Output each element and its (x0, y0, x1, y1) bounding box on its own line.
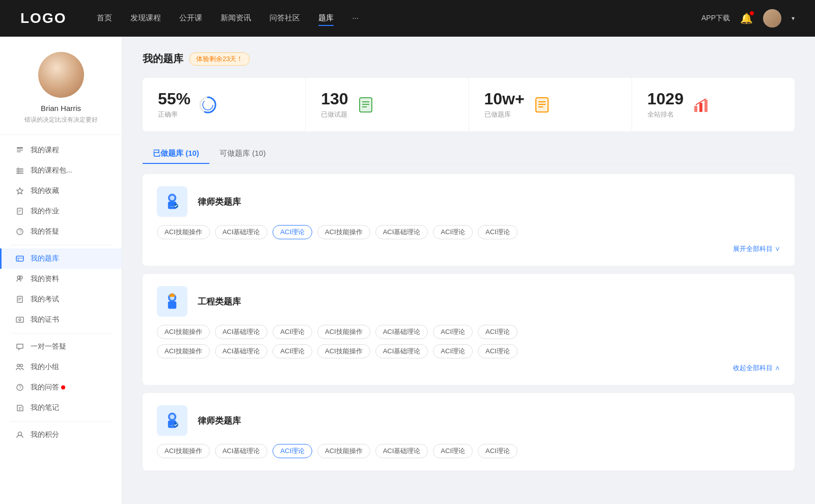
bank-tag[interactable]: ACI技能操作 (157, 325, 210, 339)
accuracy-icon (199, 96, 217, 114)
bank-tag[interactable]: ACI技能操作 (317, 225, 370, 239)
bank-tag-highlighted[interactable]: ACI理论 (273, 444, 312, 458)
bank-tag[interactable]: ACI理论 (433, 444, 473, 458)
user-avatar[interactable] (763, 9, 781, 27)
svg-rect-0 (17, 147, 23, 149)
trial-badge: 体验剩余23天！ (189, 52, 250, 66)
divider-3 (10, 421, 112, 422)
bank-tag[interactable]: ACI技能操作 (317, 344, 370, 358)
bank-tags-lawyer-2: ACI技能操作 ACI基础理论 ACI理论 ACI技能操作 ACI基础理论 AC… (157, 444, 780, 458)
svg-rect-6 (18, 167, 19, 174)
group-icon (15, 362, 24, 372)
bank-tag[interactable]: ACI基础理论 (215, 225, 268, 239)
certificate-icon (15, 315, 24, 324)
bank-icon (15, 254, 24, 263)
bank-tag[interactable]: ACI理论 (478, 344, 518, 358)
nav-item-home[interactable]: 首页 (97, 11, 112, 26)
stats-row: 55% 正确率 130 已做试题 (143, 78, 795, 131)
nav-item-news[interactable]: 新闻资讯 (221, 11, 251, 26)
sidebar-item-my-materials[interactable]: 我的资料 (0, 269, 122, 289)
bank-tag[interactable]: ACI基础理论 (375, 325, 428, 339)
bank-tag[interactable]: ACI基础理论 (375, 444, 428, 458)
expand-lawyer-1[interactable]: 展开全部科目 ∨ (157, 244, 780, 254)
bank-tag[interactable]: ACI基础理论 (215, 325, 268, 339)
bank-tag[interactable]: ACI理论 (478, 444, 518, 458)
sidebar-item-my-favorites[interactable]: 我的收藏 (0, 181, 122, 201)
done-questions-number: 130 (321, 90, 348, 108)
stat-done-questions: 130 已做试题 (306, 78, 469, 131)
bank-tag[interactable]: ACI理论 (273, 325, 312, 339)
site-logo[interactable]: LOGO (20, 10, 66, 26)
bank-tag[interactable]: ACI技能操作 (157, 225, 210, 239)
favorites-icon (15, 186, 24, 195)
bank-tag[interactable]: ACI技能操作 (317, 444, 370, 458)
bank-tag[interactable]: ACI技能操作 (157, 444, 210, 458)
bank-tags-lawyer-1: ACI技能操作 ACI基础理论 ACI理论 ACI技能操作 ACI基础理论 AC… (157, 225, 780, 239)
notes-icon (15, 403, 24, 412)
sidebar-item-my-bank[interactable]: 我的题库 (0, 248, 122, 269)
user-name: Brian Harris (10, 104, 112, 113)
bank-tag[interactable]: ACI理论 (478, 225, 518, 239)
bank-tag-highlighted[interactable]: ACI理论 (273, 225, 312, 239)
doc-green-icon (357, 96, 375, 114)
svg-rect-1 (17, 150, 23, 151)
tab-done-banks[interactable]: 已做题库 (10) (143, 144, 209, 163)
bank-tag[interactable]: ACI理论 (273, 344, 312, 358)
sidebar-item-my-course[interactable]: 我的课程 (0, 140, 122, 160)
sidebar-item-my-package[interactable]: 我的课程包... (0, 160, 122, 181)
svg-point-56 (170, 414, 174, 419)
tab-available-banks[interactable]: 可做题库 (10) (209, 144, 276, 163)
svg-text:?: ? (19, 229, 22, 235)
svg-rect-45 (704, 100, 708, 112)
svg-point-32 (203, 100, 213, 110)
bank-tag[interactable]: ACI理论 (433, 344, 473, 358)
nav-item-discover[interactable]: 发现课程 (130, 11, 161, 26)
nav-right-actions: APP下载 🔔 ▾ (701, 9, 795, 27)
collapse-engineer[interactable]: 收起全部科目 ∧ (157, 363, 780, 373)
sidebar-item-my-questions[interactable]: ? 我的问答 (0, 377, 122, 398)
avatar-photo (38, 52, 84, 98)
bank-tag[interactable]: ACI技能操作 (317, 325, 370, 339)
bank-tag[interactable]: ACI基础理论 (215, 444, 268, 458)
stat-accuracy: 55% 正确率 (143, 78, 306, 131)
materials-icon (15, 274, 24, 284)
sidebar-item-my-points[interactable]: 我的积分 (0, 425, 122, 445)
accuracy-label: 正确率 (158, 110, 191, 119)
sidebar-item-my-exam[interactable]: 我的考试 (0, 289, 122, 310)
bank-tag[interactable]: ACI理论 (433, 325, 473, 339)
svg-rect-13 (16, 256, 23, 261)
bank-tags-engineer-row2: ACI技能操作 ACI基础理论 ACI理论 ACI技能操作 ACI基础理论 AC… (157, 344, 780, 358)
exam-icon (15, 295, 24, 304)
nav-item-more[interactable]: ··· (352, 11, 359, 26)
sidebar-item-my-qa[interactable]: ? 我的答疑 (0, 221, 122, 242)
qa-icon: ? (15, 227, 24, 236)
svg-rect-18 (17, 296, 22, 302)
app-download-link[interactable]: APP下载 (701, 14, 730, 23)
page-layout: Brian Harris 错误的决定比没有决定要好 我的课程 我的课程包... (0, 37, 815, 504)
nav-item-bank[interactable]: 题库 (318, 11, 334, 26)
user-menu-chevron[interactable]: ▾ (792, 15, 795, 22)
bank-tag[interactable]: ACI基础理论 (215, 344, 268, 358)
nav-item-opencourse[interactable]: 公开课 (179, 11, 202, 26)
divider-2 (10, 333, 112, 333)
nav-item-qa[interactable]: 问答社区 (269, 11, 300, 26)
notification-bell[interactable]: 🔔 (740, 12, 753, 24)
bank-card-lawyer-2: 律师类题库 ACI技能操作 ACI基础理论 ACI理论 ACI技能操作 ACI基… (143, 393, 795, 470)
chart-red-icon (692, 96, 710, 114)
bank-tag[interactable]: ACI技能操作 (157, 344, 210, 358)
sidebar-item-my-homework[interactable]: 我的作业 (0, 201, 122, 221)
sidebar-item-one-on-one[interactable]: 一对一答疑 (0, 337, 122, 357)
bank-tag[interactable]: ACI基础理论 (375, 225, 428, 239)
svg-marker-7 (17, 188, 23, 194)
svg-rect-8 (17, 208, 22, 214)
bank-tag[interactable]: ACI基础理论 (375, 344, 428, 358)
bank-tag[interactable]: ACI理论 (478, 325, 518, 339)
sidebar-item-my-group[interactable]: 我的小组 (0, 357, 122, 377)
sidebar-item-my-certificate[interactable]: 我的证书 (0, 310, 122, 330)
svg-point-22 (19, 319, 21, 321)
sidebar-item-my-notes[interactable]: 我的笔记 (0, 398, 122, 418)
questions-icon: ? (15, 383, 24, 392)
site-rank-label: 全站排名 (647, 110, 684, 119)
bank-tag[interactable]: ACI理论 (433, 225, 473, 239)
tabs-row: 已做题库 (10) 可做题库 (10) (143, 144, 795, 164)
